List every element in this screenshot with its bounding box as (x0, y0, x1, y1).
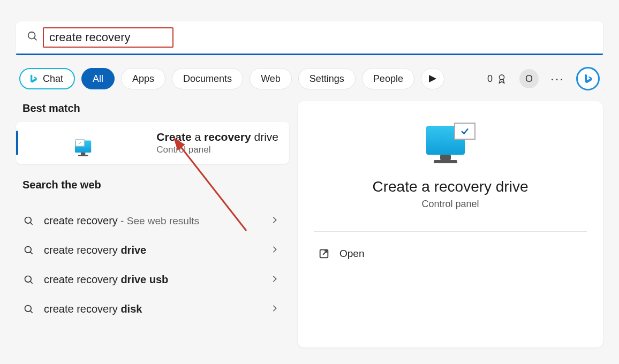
search-input[interactable] (49, 31, 167, 44)
search-bar[interactable] (16, 21, 603, 54)
filter-settings[interactable]: Settings (298, 68, 356, 89)
svg-line-8 (31, 252, 33, 254)
preview-pane: Create a recovery drive Control panel Op… (298, 101, 603, 347)
preview-subtitle: Control panel (314, 199, 587, 210)
chevron-right-icon (271, 246, 278, 255)
recovery-drive-icon (75, 139, 84, 147)
chevron-right-icon (271, 216, 278, 226)
web-result-item[interactable]: create recovery disk (16, 294, 289, 324)
svg-point-5 (25, 217, 32, 223)
chevron-right-icon (271, 275, 278, 285)
bing-icon (28, 73, 39, 84)
svg-point-11 (25, 305, 32, 312)
filter-overflow-next[interactable] (421, 68, 444, 89)
filter-apps[interactable]: Apps (121, 68, 165, 89)
filter-row: Chat All Apps Documents Web Settings Peo… (16, 67, 603, 90)
more-options[interactable]: ··· (550, 71, 564, 86)
web-result-item[interactable]: create recovery drive (16, 236, 289, 265)
web-result-text: create recovery - See web results (44, 215, 261, 227)
rewards-counter[interactable]: 0 (487, 73, 508, 85)
filter-documents[interactable]: Documents (172, 68, 243, 89)
best-match-title: Create a recovery drive (156, 131, 278, 143)
play-icon (429, 75, 436, 82)
web-results-list: create recovery - See web resultscreate … (16, 206, 289, 324)
filter-all[interactable]: All (81, 68, 115, 89)
best-match-subtitle: Control panel (156, 145, 278, 155)
svg-line-1 (34, 38, 37, 41)
search-icon (24, 275, 34, 285)
open-external-icon (318, 248, 330, 260)
results-column: Best match Create a recovery drive Contr… (16, 101, 289, 347)
search-web-heading: Search the web (22, 179, 289, 191)
search-icon (24, 304, 34, 315)
web-result-text: create recovery drive usb (44, 274, 261, 286)
web-result-text: create recovery drive (44, 244, 261, 256)
svg-line-6 (31, 222, 33, 224)
search-input-highlight (43, 27, 173, 48)
account-initial: O (525, 73, 533, 85)
divider (314, 231, 587, 232)
search-icon (27, 31, 39, 44)
open-action[interactable]: Open (314, 242, 587, 265)
filter-people[interactable]: People (362, 68, 414, 89)
web-result-item[interactable]: create recovery drive usb (16, 265, 289, 294)
svg-line-10 (31, 281, 33, 283)
web-result-item[interactable]: create recovery - See web results (16, 206, 289, 236)
ellipsis-icon: ··· (550, 71, 564, 86)
best-match-result[interactable]: Create a recovery drive Control panel (16, 122, 289, 164)
svg-point-9 (25, 276, 32, 282)
search-bar-focus-underline (16, 54, 603, 55)
best-match-heading: Best match (22, 102, 289, 115)
chat-pill[interactable]: Chat (19, 68, 75, 89)
svg-point-7 (25, 246, 32, 253)
chat-pill-label: Chat (43, 73, 63, 85)
svg-point-0 (28, 32, 35, 39)
web-result-text: create recovery disk (44, 303, 261, 315)
rewards-count: 0 (487, 73, 493, 85)
preview-title: Create a recovery drive (314, 178, 587, 195)
filter-web[interactable]: Web (250, 68, 292, 89)
recovery-drive-icon (426, 123, 474, 164)
account-avatar[interactable]: O (519, 69, 539, 88)
rewards-icon (496, 73, 508, 85)
search-icon (24, 245, 34, 256)
open-label: Open (339, 248, 364, 260)
svg-point-3 (499, 75, 504, 80)
chevron-right-icon (271, 305, 278, 314)
bing-chat-button[interactable] (576, 67, 600, 90)
svg-line-12 (31, 310, 33, 313)
svg-marker-2 (429, 75, 436, 82)
bing-icon (582, 73, 594, 85)
search-icon (24, 216, 34, 226)
